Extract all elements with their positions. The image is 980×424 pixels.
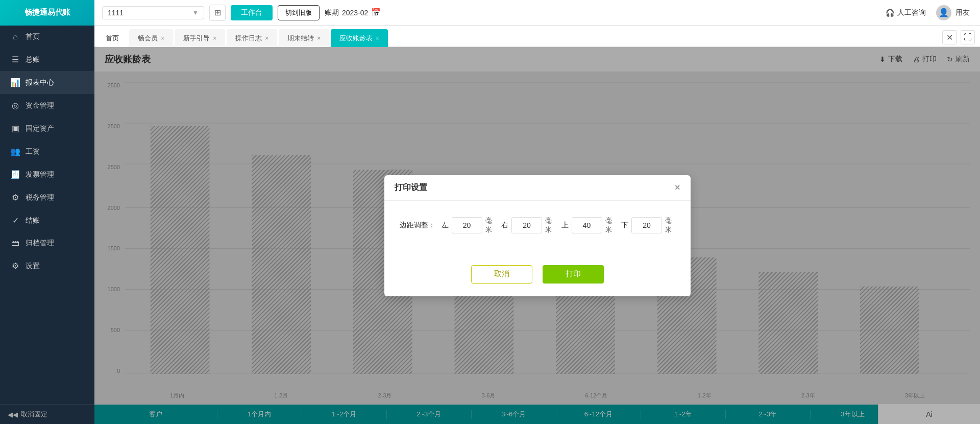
tab-log-label: 操作日志 xyxy=(235,34,262,43)
period-label: 账期 xyxy=(325,8,339,17)
modal-header: 打印设置 × xyxy=(384,175,691,201)
logo: 畅捷通易代账 xyxy=(0,0,94,26)
calendar-icon[interactable]: 📅 xyxy=(371,8,381,17)
sidebar-item-label: 归档管理 xyxy=(26,239,54,248)
period-value: 2023-02 xyxy=(342,9,368,17)
consulting-button[interactable]: 🎧 人工咨询 xyxy=(886,8,926,17)
maximize-button[interactable]: ⛶ xyxy=(961,30,975,44)
ledger-icon: ☰ xyxy=(10,55,20,64)
margin-right-input[interactable] xyxy=(511,217,542,233)
tab-bar-right: ✕ ⛶ xyxy=(937,30,980,46)
company-name: 1111 xyxy=(108,9,188,17)
margin-left-input[interactable] xyxy=(452,217,482,233)
period-area: 账期 2023-02 📅 xyxy=(325,8,381,17)
tab-bar: 首页 畅会员 × 新手引导 × 操作日志 × 期末结转 × 应收账龄表 × xyxy=(94,26,980,47)
home-icon: ⌂ xyxy=(10,32,20,41)
margin-bottom-direction: 下 xyxy=(621,221,628,230)
sidebar-item-archive[interactable]: 🗃 归档管理 xyxy=(0,232,94,254)
switch-version-button[interactable]: 切到旧版 xyxy=(278,5,320,20)
collapse-label: 取消固定 xyxy=(21,410,47,419)
header-middle: 1111 ▼ ⊞ 工作台 切到旧版 账期 2023-02 📅 xyxy=(94,5,886,21)
tab-period-end-close[interactable]: × xyxy=(317,35,321,42)
sidebar-item-invoice[interactable]: 🧾 发票管理 xyxy=(0,163,94,186)
tab-home-label: 首页 xyxy=(106,34,119,43)
tab-home[interactable]: 首页 xyxy=(97,29,128,47)
modal-title: 打印设置 xyxy=(395,182,427,193)
tab-member-close[interactable]: × xyxy=(161,35,164,42)
sidebar-scroll: ⌂ 首页 ☰ 总账 📊 报表中心 ◎ 资金管理 ▣ 固定资产 👥 工资 xyxy=(0,26,94,404)
margin-bottom-group: 下 毫米 xyxy=(621,216,675,234)
invoice-icon: 🧾 xyxy=(10,170,20,179)
consulting-label: 人工咨询 xyxy=(897,8,926,17)
sidebar-item-label: 工资 xyxy=(26,147,40,156)
user-label: 用友 xyxy=(955,8,970,17)
tab-log-close[interactable]: × xyxy=(265,35,268,42)
margin-top-direction: 上 xyxy=(561,221,569,230)
sidebar-item-payroll[interactable]: 👥 工资 xyxy=(0,140,94,163)
print-settings-modal: 打印设置 × 边距调整： 左 毫米 右 xyxy=(384,175,691,296)
sidebar-item-label: 报表中心 xyxy=(26,78,54,87)
sidebar-item-label: 固定资产 xyxy=(26,124,54,133)
header-right: 🎧 人工咨询 👤 用友 xyxy=(886,5,980,20)
tab-guide-close[interactable]: × xyxy=(213,35,216,42)
margin-left-group: 左 毫米 xyxy=(442,216,496,234)
margin-bottom-unit: 毫米 xyxy=(665,216,675,234)
sidebar-item-label: 设置 xyxy=(26,262,40,271)
margin-left-unit: 毫米 xyxy=(485,216,496,234)
avatar: 👤 xyxy=(936,5,951,20)
sidebar-item-assets[interactable]: ▣ 固定资产 xyxy=(0,117,94,140)
copy-icon[interactable]: ⊞ xyxy=(209,5,226,21)
user-area[interactable]: 👤 用友 xyxy=(936,5,970,20)
reports-icon: 📊 xyxy=(10,78,20,87)
sidebar: ⌂ 首页 ☰ 总账 📊 报表中心 ◎ 资金管理 ▣ 固定资产 👥 工资 xyxy=(0,26,94,424)
archive-icon: 🗃 xyxy=(10,239,20,248)
close-window-button[interactable]: ✕ xyxy=(942,30,957,44)
tab-guide[interactable]: 新手引导 × xyxy=(175,29,225,47)
print-confirm-button[interactable]: 打印 xyxy=(543,265,604,284)
payroll-icon: 👥 xyxy=(10,147,20,156)
main-layout: ⌂ 首页 ☰ 总账 📊 报表中心 ◎ 资金管理 ▣ 固定资产 👥 工资 xyxy=(0,26,980,424)
margin-label: 边距调整： xyxy=(400,221,435,230)
sidebar-item-finance[interactable]: ◎ 资金管理 xyxy=(0,94,94,117)
content-area: 首页 畅会员 × 新手引导 × 操作日志 × 期末结转 × 应收账龄表 × xyxy=(94,26,980,424)
tab-guide-label: 新手引导 xyxy=(183,34,210,43)
sidebar-item-home[interactable]: ⌂ 首页 xyxy=(0,26,94,48)
sidebar-item-label: 总账 xyxy=(26,55,40,64)
sidebar-item-settlement[interactable]: ✓ 结账 xyxy=(0,209,94,232)
margin-right-direction: 右 xyxy=(501,221,508,230)
tab-period-end-label: 期末结转 xyxy=(287,34,314,43)
margin-left-direction: 左 xyxy=(442,221,449,230)
tab-member-label: 畅会员 xyxy=(138,34,158,43)
logo-text: 畅捷通易代账 xyxy=(24,8,70,17)
tab-log[interactable]: 操作日志 × xyxy=(227,29,277,47)
tab-member[interactable]: 畅会员 × xyxy=(129,29,173,47)
settings-icon: ⚙ xyxy=(10,261,20,271)
company-selector[interactable]: 1111 ▼ xyxy=(102,6,204,19)
tab-aging-close[interactable]: × xyxy=(376,35,379,42)
sidebar-item-label: 首页 xyxy=(26,32,40,41)
workbench-button[interactable]: 工作台 xyxy=(231,5,273,20)
collapse-icon: ◀◀ xyxy=(8,411,18,418)
tab-aging-label: 应收账龄表 xyxy=(339,34,373,43)
margin-row: 边距调整： 左 毫米 右 毫米 xyxy=(400,216,675,234)
settlement-icon: ✓ xyxy=(10,216,20,225)
sidebar-item-label: 结账 xyxy=(26,216,40,225)
sidebar-item-reports[interactable]: 📊 报表中心 xyxy=(0,71,94,94)
sidebar-item-settings[interactable]: ⚙ 设置 xyxy=(0,254,94,277)
headset-icon: 🎧 xyxy=(886,9,894,17)
sidebar-item-tax[interactable]: ⚙ 税务管理 xyxy=(0,186,94,209)
tab-aging[interactable]: 应收账龄表 × xyxy=(331,29,388,47)
modal-close-button[interactable]: × xyxy=(675,183,680,192)
margin-top-unit: 毫米 xyxy=(605,216,616,234)
sidebar-item-label: 发票管理 xyxy=(26,170,54,179)
sidebar-collapse[interactable]: ◀◀ 取消固定 xyxy=(0,404,94,424)
margin-bottom-input[interactable] xyxy=(631,217,662,233)
page-content: 应收账龄表 ⬇ 下载 🖨 打印 ↻ 刷新 xyxy=(94,47,980,424)
assets-icon: ▣ xyxy=(10,124,20,133)
header: 畅捷通易代账 1111 ▼ ⊞ 工作台 切到旧版 账期 2023-02 📅 🎧 … xyxy=(0,0,980,26)
tab-period-end[interactable]: 期末结转 × xyxy=(279,29,329,47)
modal-overlay: 打印设置 × 边距调整： 左 毫米 右 xyxy=(94,47,980,424)
margin-top-input[interactable] xyxy=(572,217,602,233)
cancel-button[interactable]: 取消 xyxy=(471,265,532,284)
sidebar-item-ledger[interactable]: ☰ 总账 xyxy=(0,48,94,71)
